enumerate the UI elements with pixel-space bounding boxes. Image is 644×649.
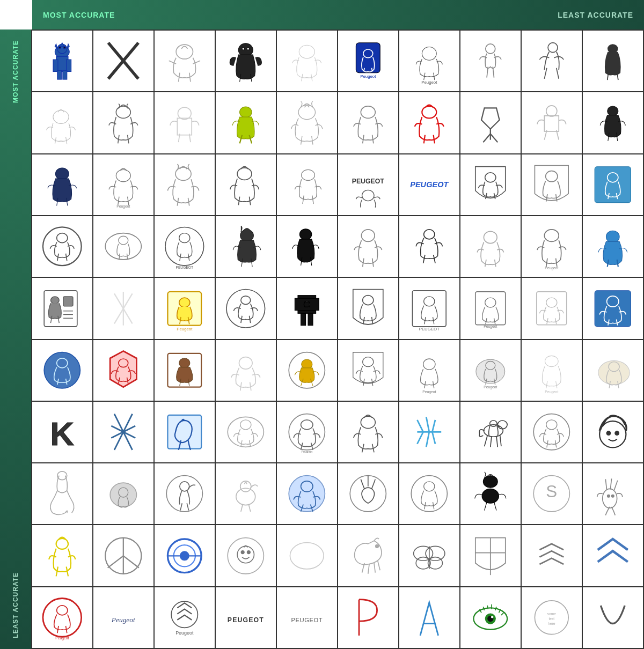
cell-r6c7[interactable] <box>460 402 521 462</box>
cell-r6c3[interactable] <box>216 402 276 462</box>
cell-r3c5[interactable] <box>338 216 398 277</box>
cell-r0c8[interactable] <box>522 31 582 91</box>
cell-r8c9[interactable] <box>583 525 643 586</box>
cell-r1c3[interactable] <box>216 92 276 153</box>
cell-r7c0[interactable] <box>32 463 92 524</box>
cell-r8c8[interactable] <box>522 525 582 586</box>
cell-r5c4[interactable] <box>277 340 337 401</box>
cell-r3c1[interactable] <box>93 216 153 277</box>
cell-r2c1[interactable]: Peugeot <box>93 154 153 215</box>
cell-r2c7[interactable] <box>460 154 521 215</box>
cell-r5c2[interactable] <box>155 340 215 401</box>
cell-r7c9[interactable] <box>583 463 643 524</box>
cell-r3c9[interactable] <box>583 216 643 277</box>
cell-r0c3[interactable] <box>216 31 276 91</box>
cell-r2c0[interactable] <box>32 154 92 215</box>
cell-r0c6[interactable]: Peugeot <box>399 31 459 91</box>
cell-r9c7[interactable] <box>460 587 521 648</box>
cell-r4c8[interactable] <box>522 278 582 338</box>
cell-r0c7[interactable] <box>460 31 521 91</box>
cell-r5c1[interactable] <box>93 340 153 401</box>
cell-r9c5[interactable] <box>338 587 398 648</box>
cell-r6c2[interactable] <box>155 402 215 462</box>
cell-r9c0[interactable]: Peugeot <box>32 587 92 648</box>
cell-r3c4[interactable] <box>277 216 337 277</box>
cell-r0c0[interactable] <box>32 31 92 91</box>
cell-r4c7[interactable]: Peugeot <box>460 278 521 338</box>
cell-r9c3[interactable]: PEUGEOT <box>216 587 276 648</box>
cell-r2c6[interactable]: PEUGEOT <box>399 154 459 215</box>
cell-r3c3[interactable] <box>216 216 276 277</box>
cell-r6c8[interactable] <box>522 402 582 462</box>
cell-r6c1[interactable] <box>93 402 153 462</box>
cell-r5c9[interactable] <box>583 340 643 401</box>
cell-r4c2[interactable]: Peugeot <box>155 278 215 338</box>
cell-r9c9[interactable] <box>583 587 643 648</box>
cell-r8c4[interactable] <box>277 525 337 586</box>
cell-r6c5[interactable] <box>338 402 398 462</box>
cell-r1c1[interactable] <box>93 92 153 153</box>
cell-r7c8[interactable]: S <box>522 463 582 524</box>
cell-r1c7[interactable] <box>460 92 521 153</box>
cell-r8c7[interactable] <box>460 525 521 586</box>
cell-r1c9[interactable] <box>583 92 643 153</box>
cell-r1c0[interactable] <box>32 92 92 153</box>
cell-r9c1[interactable]: Peugeot <box>93 587 153 648</box>
cell-r3c7[interactable] <box>460 216 521 277</box>
cell-r5c6[interactable]: Peugeot <box>399 340 459 401</box>
cell-r2c9[interactable] <box>583 154 643 215</box>
cell-r5c0[interactable] <box>32 340 92 401</box>
cell-r7c7[interactable] <box>460 463 521 524</box>
cell-r1c2[interactable] <box>155 92 215 153</box>
cell-r4c5[interactable] <box>338 278 398 338</box>
cell-r9c6[interactable] <box>399 587 459 648</box>
cell-r4c0[interactable] <box>32 278 92 338</box>
cell-r8c0[interactable] <box>32 525 92 586</box>
cell-r0c5[interactable]: Peugeot <box>338 31 398 91</box>
cell-r6c6[interactable] <box>399 402 459 462</box>
cell-r1c6[interactable] <box>399 92 459 153</box>
cell-r5c3[interactable] <box>216 340 276 401</box>
cell-r5c5[interactable] <box>338 340 398 401</box>
cell-r3c6[interactable] <box>399 216 459 277</box>
cell-r1c5[interactable] <box>338 92 398 153</box>
cell-r1c4[interactable] <box>277 92 337 153</box>
cell-r3c8[interactable]: Peugeot <box>522 216 582 277</box>
cell-r7c3[interactable] <box>216 463 276 524</box>
cell-r6c9[interactable] <box>583 402 643 462</box>
cell-r9c2[interactable]: Peugeot <box>155 587 215 648</box>
cell-r0c2[interactable] <box>155 31 215 91</box>
cell-r6c0[interactable]: K <box>32 402 92 462</box>
cell-r3c2[interactable]: PEUGEOT <box>155 216 215 277</box>
cell-r7c5[interactable] <box>338 463 398 524</box>
cell-r7c1[interactable] <box>93 463 153 524</box>
cell-r0c1[interactable] <box>93 31 153 91</box>
cell-r9c4[interactable]: PEUGEOT <box>277 587 337 648</box>
cell-r7c2[interactable] <box>155 463 215 524</box>
cell-r8c5[interactable] <box>338 525 398 586</box>
cell-r2c4[interactable] <box>277 154 337 215</box>
cell-r8c2[interactable] <box>155 525 215 586</box>
cell-r3c0[interactable] <box>32 216 92 277</box>
cell-r8c3[interactable] <box>216 525 276 586</box>
cell-r8c6[interactable] <box>399 525 459 586</box>
cell-r2c2[interactable] <box>155 154 215 215</box>
cell-r5c8[interactable]: Peugeot <box>522 340 582 401</box>
cell-r2c5[interactable]: PEUGEOT <box>338 154 398 215</box>
cell-r1c8[interactable] <box>522 92 582 153</box>
cell-r0c4[interactable] <box>277 31 337 91</box>
cell-r0c9[interactable] <box>583 31 643 91</box>
cell-r4c9[interactable] <box>583 278 643 338</box>
cell-r4c3[interactable] <box>216 278 276 338</box>
cell-r8c1[interactable] <box>93 525 153 586</box>
cell-r7c6[interactable] <box>399 463 459 524</box>
cell-r4c1[interactable] <box>93 278 153 338</box>
cell-r7c4[interactable] <box>277 463 337 524</box>
cell-r4c4[interactable] <box>277 278 337 338</box>
cell-r4c6[interactable]: PEUGEOT <box>399 278 459 338</box>
cell-r9c8[interactable]: some text here <box>522 587 582 648</box>
cell-r2c8[interactable] <box>522 154 582 215</box>
cell-r2c3[interactable] <box>216 154 276 215</box>
cell-r6c4[interactable]: Peugeot <box>277 402 337 462</box>
cell-r5c7[interactable]: Peugeot <box>460 340 521 401</box>
